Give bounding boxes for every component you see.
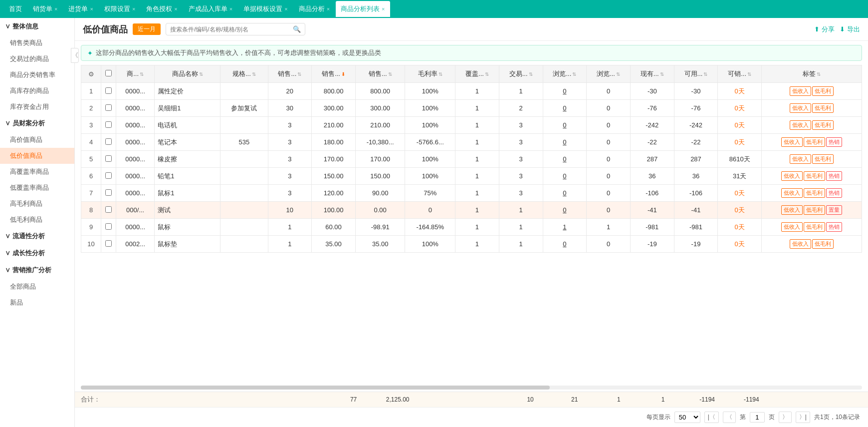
search-icon[interactable]: 🔍	[293, 25, 301, 33]
col-spec[interactable]: 规格...⇅	[220, 65, 268, 83]
sidebar-item-sales-products[interactable]: 销售类商品	[0, 35, 74, 51]
col-name[interactable]: 商品名称⇅	[155, 65, 220, 83]
col-stock[interactable]: 现有...⇅	[630, 65, 674, 83]
nav-role[interactable]: 角色授权 ×	[141, 1, 182, 17]
row-browse1[interactable]: 0	[543, 236, 587, 253]
col-browse1[interactable]: 浏览...⇅	[543, 65, 587, 83]
sidebar-item-high-coverage[interactable]: 高覆盖率商品	[0, 164, 74, 180]
browse-link[interactable]: 0	[563, 189, 566, 197]
col-browse2[interactable]: 浏览...⇅	[587, 65, 631, 83]
close-icon[interactable]: ×	[382, 6, 385, 12]
row-check[interactable]	[105, 138, 112, 145]
sidebar-item-traded-products[interactable]: 交易过的商品	[0, 51, 74, 67]
close-icon[interactable]: ×	[284, 6, 287, 12]
filter-btn[interactable]: 近一月	[133, 23, 161, 35]
col-trade[interactable]: 交易...⇅	[499, 65, 543, 83]
nav-stock-in[interactable]: 产成品入库单 ×	[184, 1, 237, 17]
sidebar-group-marketing[interactable]: ∨ 营销推广分析	[0, 262, 74, 279]
browse-link[interactable]: 0	[563, 172, 566, 180]
row-browse1[interactable]: 0	[543, 100, 587, 117]
row-browse1[interactable]: 0	[543, 202, 587, 219]
col-sale1[interactable]: 销售...⬇	[312, 65, 356, 83]
page-input[interactable]	[750, 412, 765, 423]
sidebar-group-growth[interactable]: ∨ 成长性分析	[0, 245, 74, 262]
close-icon[interactable]: ×	[174, 6, 177, 12]
col-gross[interactable]: 毛利率⇅	[405, 65, 455, 83]
nav-template[interactable]: 单据模板设置 ×	[238, 1, 292, 17]
row-checkbox[interactable]	[101, 185, 116, 202]
browse-link[interactable]: 0	[563, 104, 566, 112]
row-checkbox[interactable]	[101, 236, 116, 253]
row-check[interactable]	[105, 155, 112, 162]
sidebar-item-all-products[interactable]: 全部商品	[0, 279, 74, 295]
next-page-btn[interactable]: 〉	[779, 412, 792, 423]
close-icon[interactable]: ×	[90, 6, 93, 12]
nav-product-analysis[interactable]: 商品分析 ×	[294, 1, 335, 17]
table-container[interactable]: ⚙ 商...⇅ 商品名称⇅ 规格...⇅ 销售...⇅ 销售...⬇ 销售...…	[75, 65, 868, 386]
nav-analysis-list[interactable]: 商品分析列表 ×	[336, 1, 390, 17]
nav-purchase[interactable]: 进货单 ×	[63, 1, 98, 17]
row-checkbox[interactable]	[101, 134, 116, 151]
row-browse1[interactable]: 1	[543, 219, 587, 236]
browse-link[interactable]: 0	[563, 138, 566, 146]
sidebar-item-high-value[interactable]: 高价值商品	[0, 132, 74, 148]
row-checkbox[interactable]	[101, 117, 116, 134]
row-check[interactable]	[105, 189, 112, 196]
row-browse1[interactable]: 0	[543, 134, 587, 151]
row-checkbox[interactable]	[101, 100, 116, 117]
row-browse1[interactable]: 0	[543, 83, 587, 100]
row-browse1[interactable]: 0	[543, 185, 587, 202]
sidebar-item-low-coverage[interactable]: 低覆盖率商品	[0, 180, 74, 196]
col-sale-qty[interactable]: 销售...⇅	[268, 65, 312, 83]
nav-permission[interactable]: 权限设置 ×	[99, 1, 140, 17]
close-icon[interactable]: ×	[229, 6, 232, 12]
row-check[interactable]	[105, 223, 112, 230]
search-input[interactable]	[170, 26, 293, 33]
row-checkbox[interactable]	[101, 83, 116, 100]
close-icon[interactable]: ×	[54, 6, 57, 12]
nav-sales[interactable]: 销货单 ×	[28, 1, 62, 17]
sidebar-item-category-rate[interactable]: 商品分类销售率	[0, 67, 74, 83]
last-page-btn[interactable]: 〉|	[796, 412, 810, 423]
sidebar-item-stock-funds[interactable]: 库存资金占用	[0, 99, 74, 115]
row-check[interactable]	[105, 240, 112, 247]
row-browse1[interactable]: 0	[543, 151, 587, 168]
col-sale2[interactable]: 销售...⇅	[355, 65, 405, 83]
row-browse1[interactable]: 0	[543, 117, 587, 134]
browse-link[interactable]: 0	[563, 121, 566, 129]
browse-link[interactable]: 1	[563, 223, 566, 231]
select-all-checkbox[interactable]	[105, 70, 112, 76]
horizontal-scrollbar[interactable]	[81, 386, 862, 390]
row-check[interactable]	[105, 87, 112, 94]
scrollbar-thumb[interactable]	[81, 386, 550, 390]
sidebar-item-new-products[interactable]: 新品	[0, 295, 74, 311]
export-btn[interactable]: ⬇ 导出	[840, 25, 860, 34]
row-checkbox[interactable]	[101, 168, 116, 185]
row-checkbox[interactable]	[101, 219, 116, 236]
browse-link[interactable]: 0	[563, 155, 566, 163]
row-browse1[interactable]: 0	[543, 168, 587, 185]
per-page-select[interactable]: 50 100 200	[674, 412, 700, 423]
browse-link[interactable]: 0	[563, 240, 566, 248]
col-cover[interactable]: 覆盖...⇅	[455, 65, 499, 83]
row-checkbox[interactable]	[101, 202, 116, 219]
sidebar-group-flow[interactable]: ∨ 流通性分析	[0, 228, 74, 245]
row-check[interactable]	[105, 206, 112, 213]
row-check[interactable]	[105, 172, 112, 179]
col-days[interactable]: 可销...⇅	[718, 65, 762, 83]
browse-link[interactable]: 0	[563, 206, 566, 214]
col-checkbox[interactable]	[101, 65, 116, 83]
sidebar-item-low-profit[interactable]: 低毛利商品	[0, 212, 74, 228]
col-tags[interactable]: 标签⇅	[762, 65, 862, 83]
row-checkbox[interactable]	[101, 151, 116, 168]
col-settings[interactable]: ⚙	[81, 65, 101, 83]
close-icon[interactable]: ×	[132, 6, 135, 12]
browse-link[interactable]: 0	[563, 87, 566, 95]
first-page-btn[interactable]: |〈	[704, 412, 719, 423]
row-check[interactable]	[105, 104, 112, 111]
sidebar-toggle[interactable]: 《	[71, 48, 79, 63]
col-code[interactable]: 商...⇅	[116, 65, 155, 83]
close-icon[interactable]: ×	[327, 6, 330, 12]
sidebar-item-low-value[interactable]: 低价值商品	[0, 148, 74, 164]
sidebar-group-overview[interactable]: ∨ 整体信息	[0, 18, 74, 35]
